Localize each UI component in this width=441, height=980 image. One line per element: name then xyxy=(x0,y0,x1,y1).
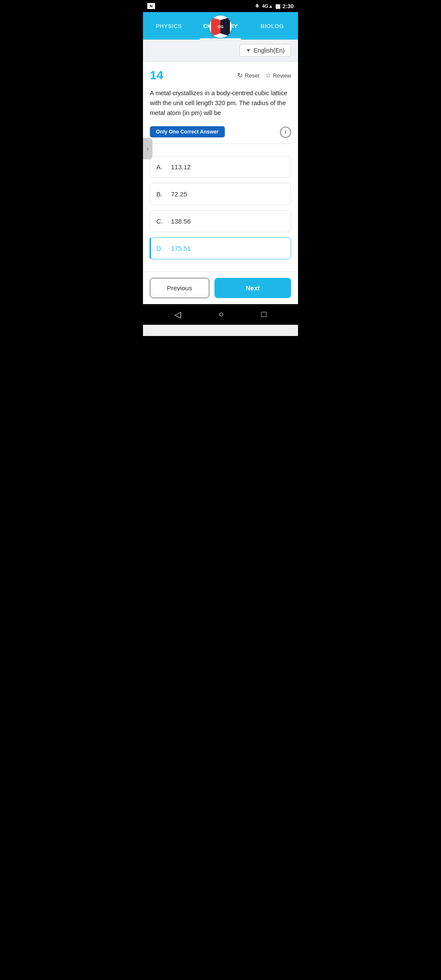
divider xyxy=(150,143,291,144)
options-area: A. 113.12 B. 72.25 C. 138.56 D. 175.51 xyxy=(143,152,298,271)
status-left: N xyxy=(147,3,155,9)
option-a-value: 113.12 xyxy=(171,163,191,171)
signal-icon: 4G▲ xyxy=(262,3,273,9)
side-handle[interactable]: › xyxy=(143,138,152,159)
question-area: 14 ↻ Reset ☆ Review A metal crystallizes… xyxy=(143,62,298,152)
info-icon-wrap: i xyxy=(280,127,291,138)
time-display: 2:30 xyxy=(283,3,294,9)
option-a[interactable]: A. 113.12 xyxy=(150,156,291,178)
reset-button[interactable]: ↻ Reset xyxy=(237,72,259,79)
option-c-letter: C. xyxy=(156,218,165,225)
option-c-value: 138.56 xyxy=(171,218,191,225)
logo-inner: GG xyxy=(211,17,230,36)
option-b-value: 72.25 xyxy=(171,190,187,198)
bottom-nav: ◁ ○ □ xyxy=(143,304,298,325)
review-label: Review xyxy=(273,72,291,79)
battery-icon: ▩ xyxy=(275,3,280,9)
previous-button[interactable]: Previous xyxy=(150,278,209,298)
option-a-letter: A. xyxy=(156,163,165,171)
option-d-letter: D. xyxy=(156,245,165,252)
status-bar: N ⚘ 4G▲ ▩ 2:30 xyxy=(143,0,298,12)
reset-label: Reset xyxy=(245,72,259,79)
star-icon: ☆ xyxy=(265,72,271,79)
question-number: 14 xyxy=(150,68,163,82)
answer-type-badge: Only One Correct Answer xyxy=(150,126,225,137)
option-b[interactable]: B. 72.25 xyxy=(150,183,291,205)
language-label: English(En) xyxy=(254,47,285,54)
language-selector[interactable]: ▼ English(En) xyxy=(239,44,291,57)
tab-bar: PHYSICS CHEMISTRY BIOLOG GG xyxy=(143,12,298,40)
language-bar: ▼ English(En) xyxy=(143,40,298,62)
tab-biology-label: BIOLOG xyxy=(261,23,284,29)
reset-icon: ↻ xyxy=(237,72,243,79)
question-header: 14 ↻ Reset ☆ Review xyxy=(150,68,291,82)
logo-text: GG xyxy=(217,25,224,29)
home-icon[interactable]: ○ xyxy=(218,309,224,319)
chevron-down-icon: ▼ xyxy=(246,47,251,53)
next-button[interactable]: Next xyxy=(214,278,292,298)
nav-buttons: Previous Next xyxy=(143,271,298,304)
option-b-letter: B. xyxy=(156,190,165,198)
recents-icon[interactable]: □ xyxy=(261,309,266,319)
option-d-value: 175.51 xyxy=(171,245,191,252)
back-icon[interactable]: ◁ xyxy=(174,309,181,320)
question-text: A metal crystallizes in a body-centred c… xyxy=(150,88,291,118)
tab-physics-label: PHYSICS xyxy=(156,23,182,29)
badge-row: Only One Correct Answer i xyxy=(150,126,291,139)
review-button[interactable]: ☆ Review xyxy=(265,72,291,79)
n-logo-icon: N xyxy=(147,3,155,9)
tab-biology[interactable]: BIOLOG xyxy=(246,12,298,40)
question-actions: ↻ Reset ☆ Review xyxy=(237,72,291,79)
option-d[interactable]: D. 175.51 xyxy=(150,237,291,259)
bluetooth-icon: ⚘ xyxy=(255,3,260,9)
tab-physics[interactable]: PHYSICS xyxy=(143,12,195,40)
option-c[interactable]: C. 138.56 xyxy=(150,210,291,232)
app-logo: GG xyxy=(209,16,232,38)
side-handle-arrow-icon: › xyxy=(147,145,149,152)
status-right: ⚘ 4G▲ ▩ 2:30 xyxy=(255,3,294,9)
info-icon[interactable]: i xyxy=(280,127,291,138)
